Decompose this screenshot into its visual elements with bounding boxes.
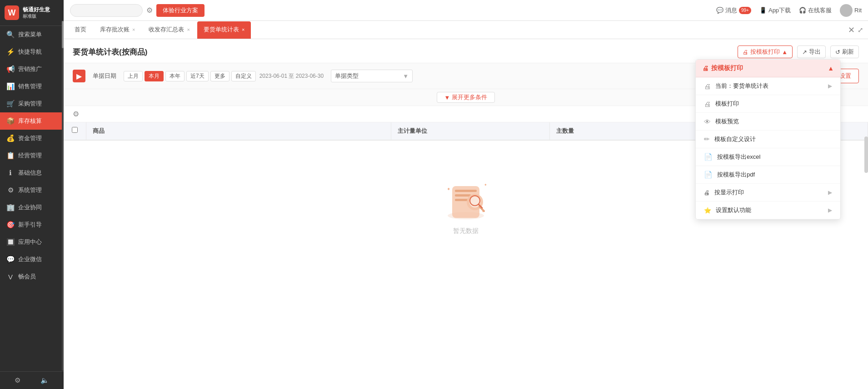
tab-inventory-batch-close[interactable]: × [132, 27, 135, 32]
export-label: 导出 [809, 48, 821, 56]
sidebar-item-quicknav[interactable]: ⚡ 快捷导航 [0, 43, 64, 61]
sidebar-item-sales[interactable]: 📊 销售管理 [0, 78, 64, 95]
tab-close-all-btn[interactable]: ✕ [848, 25, 855, 35]
chevron-right-icon: ▶ [828, 83, 832, 89]
filter-date-label: 单据日期 [93, 72, 116, 80]
sidebar-nav: 🔍 搜索菜单 ⚡ 快捷导航 📢 营销推广 📊 销售管理 🛒 采购管理 📦 库存核… [0, 26, 64, 371]
date-btn-7days[interactable]: 近7天 [186, 71, 209, 81]
select-all-checkbox[interactable] [72, 127, 78, 133]
sidebar-label-quicknav: 快捷导航 [18, 48, 42, 56]
sidebar-item-member[interactable]: V 畅会员 [0, 268, 64, 285]
template-preview-icon: 👁 [704, 118, 711, 126]
template-design-icon: ✏ [704, 135, 710, 143]
sidebar: W 畅通好生意 标准版 🔍 搜索菜单 ⚡ 快捷导航 📢 营销推广 📊 销售管理 … [0, 0, 64, 389]
topbar-right: 💬 消息 99+ 📱 App下载 🎧 在线客服 Rit [716, 4, 862, 17]
sidebar-scroll-thumb[interactable] [62, 21, 64, 48]
tab-maximize-btn[interactable]: ⤢ [858, 26, 863, 34]
page-actions: 🖨 按模板打印 ▲ ↗ 导出 ↺ 刷新 [738, 45, 859, 58]
export-icon: ↗ [802, 49, 807, 56]
settings-bottom-icon[interactable]: ⚙ [15, 376, 20, 384]
online-service-btn[interactable]: 🎧 在线客服 [799, 6, 832, 15]
filter-type-select[interactable]: 单据类型 ▼ [331, 70, 413, 82]
dropdown-display-print-label: 按显示打印 [714, 188, 744, 197]
tab-order-stat-close[interactable]: × [242, 27, 244, 32]
sidebar-item-purchase[interactable]: 🛒 采购管理 [0, 95, 64, 112]
tabs-actions: ✕ ⤢ [848, 25, 868, 35]
purchase-icon: 🛒 [6, 100, 15, 108]
tab-home-label: 首页 [75, 25, 86, 34]
sidebar-label-appstore: 应用中心 [18, 238, 42, 246]
dropdown-display-print[interactable]: 🖨 按显示打印 ▶ [696, 184, 840, 202]
dropdown-template-design[interactable]: ✏ 模板自定义设计 [696, 131, 840, 148]
sound-icon[interactable]: 🔈 [40, 376, 49, 384]
app-download-btn[interactable]: 📱 App下载 [759, 6, 791, 15]
sidebar-item-system[interactable]: ⚙ 系统管理 [0, 182, 64, 199]
tab-receipt-summary-close[interactable]: × [187, 27, 190, 32]
filter-type-label: 单据类型 [335, 72, 359, 80]
sidebar-item-newguide[interactable]: 🎯 新手引导 [0, 216, 64, 233]
dropdown-header: 🖨 按模板打印 ▲ [696, 60, 840, 77]
dropdown-current-template[interactable]: 🖨 当前：要货单统计表 ▶ [696, 77, 840, 95]
tab-inventory-batch-label: 库存批次账 [100, 25, 130, 34]
date-btn-this-month[interactable]: 本月 [145, 71, 164, 81]
export-btn[interactable]: ↗ 导出 [797, 45, 826, 58]
dropdown-template-design-label: 模板自定义设计 [714, 135, 832, 143]
page-title: 要货单统计表(按商品) [73, 47, 147, 57]
dropdown-panel: 🖨 按模板打印 ▲ 🖨 当前：要货单统计表 ▶ 🖨 模板打印 👁 模板预览 ✏ … [695, 59, 841, 220]
th-product: 商品 [86, 122, 391, 140]
table-settings-icon[interactable]: ⚙ [73, 110, 79, 118]
tab-receipt-summary[interactable]: 收发存汇总表 × [142, 21, 196, 39]
date-btn-more[interactable]: 更多 [210, 71, 229, 81]
sidebar-item-wechat[interactable]: 💬 企业微信 [0, 251, 64, 268]
sidebar-label-sales: 销售管理 [18, 82, 42, 91]
tab-inventory-batch[interactable]: 库存批次账 × [94, 21, 141, 39]
marketing-icon: 📢 [6, 65, 15, 73]
newguide-icon: 🎯 [6, 221, 15, 229]
dropdown-template-print[interactable]: 🖨 模板打印 [696, 95, 840, 113]
template-print-icon: 🖨 [704, 100, 711, 108]
inventory-icon: 📦 [6, 117, 15, 125]
operation-icon: 📋 [6, 152, 15, 160]
template-print-btn[interactable]: 🖨 按模板打印 ▲ [738, 45, 793, 58]
display-print-icon: 🖨 [704, 189, 710, 196]
sidebar-item-appstore[interactable]: 🔲 应用中心 [0, 233, 64, 251]
topbar-search[interactable] [70, 4, 143, 17]
date-btn-prev-month[interactable]: 上月 [124, 71, 143, 81]
date-btn-this-year[interactable]: 本年 [165, 71, 185, 81]
dropdown-set-default-label: 设置默认功能 [716, 206, 751, 214]
user-name: Rit [854, 7, 862, 14]
dropdown-template-preview[interactable]: 👁 模板预览 [696, 113, 840, 131]
expand-more-btn[interactable]: ▼ 展开更多条件 [437, 92, 495, 103]
sidebar-item-search[interactable]: 🔍 搜索菜单 [0, 26, 64, 43]
th-unit: 主计量单位 [391, 122, 550, 140]
filter-toggle-btn[interactable]: ▶ [73, 70, 85, 82]
messages-btn[interactable]: 💬 消息 99+ [716, 6, 751, 15]
topbar-gear-icon[interactable]: ⚙ [146, 6, 153, 15]
th-qty: 主数量 [550, 122, 709, 140]
topbar-left: ⚙ 体验行业方案 [70, 4, 205, 17]
sidebar-item-operation[interactable]: 📋 经营管理 [0, 147, 64, 164]
sidebar-item-basic[interactable]: ℹ 基础信息 [0, 164, 64, 182]
export-pdf-icon: 📄 [704, 171, 713, 179]
tab-order-stat[interactable]: 要货单统计表 × [197, 21, 251, 39]
svg-text:✦: ✦ [447, 187, 450, 192]
experience-btn[interactable]: 体验行业方案 [156, 4, 205, 17]
sidebar-item-inventory[interactable]: 📦 库存核算 [0, 112, 64, 130]
sidebar-bottom: ⚙ 🔈 [0, 371, 64, 389]
user-avatar-area[interactable]: Rit [840, 4, 862, 17]
dropdown-set-default[interactable]: ⭐ 设置默认功能 ▶ [696, 202, 840, 219]
sidebar-label-member: 畅会员 [18, 273, 36, 281]
tab-home[interactable]: 首页 [68, 21, 93, 39]
sales-icon: 📊 [6, 82, 15, 91]
dropdown-export-excel[interactable]: 📄 按模板导出excel [696, 148, 840, 166]
sidebar-item-marketing[interactable]: 📢 营销推广 [0, 61, 64, 78]
chevron-up-icon2[interactable]: ▲ [828, 65, 834, 72]
date-btn-custom[interactable]: 自定义 [231, 71, 256, 81]
printer-icon2: 🖨 [702, 65, 708, 72]
app-download-label: App下载 [768, 6, 791, 15]
dropdown-template-preview-label: 模板预览 [715, 117, 832, 126]
dropdown-export-pdf[interactable]: 📄 按模板导出pdf [696, 166, 840, 184]
sidebar-item-enterprise[interactable]: 🏢 企业协同 [0, 199, 64, 216]
refresh-btn[interactable]: ↺ 刷新 [830, 45, 859, 58]
sidebar-item-finance[interactable]: 💰 资金管理 [0, 130, 64, 147]
